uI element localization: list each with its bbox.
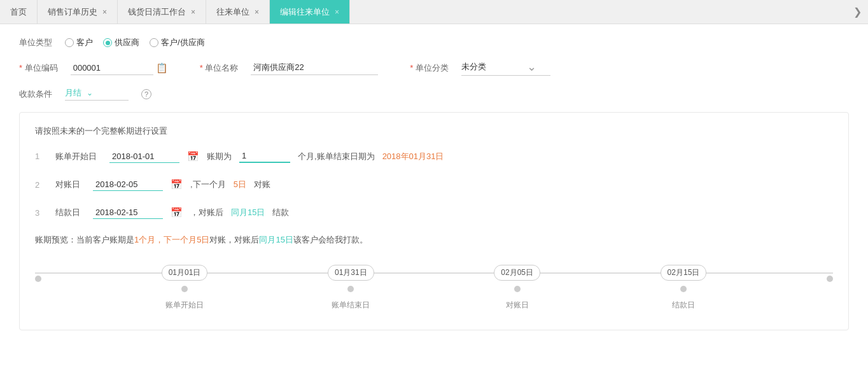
preview-part1: 1个月， xyxy=(134,235,164,244)
row-2-suffix-end: 对账 xyxy=(254,179,270,190)
row-2-date[interactable] xyxy=(93,178,163,191)
row-1-period-input[interactable] xyxy=(239,150,290,163)
payment-dropdown-arrow: ⌄ xyxy=(87,88,93,97)
name-label: 单位名称 xyxy=(200,62,239,74)
timeline-point-3: 02月05日 对账日 xyxy=(494,265,540,311)
row-1-suffix-before: 账期为 xyxy=(207,151,232,162)
tab-home-label: 首页 xyxy=(10,6,27,18)
payment-row: 收款条件 月结 ⌄ ? xyxy=(19,87,849,101)
timeline-dot-3 xyxy=(514,286,521,292)
code-input[interactable] xyxy=(71,61,153,75)
tab-cash-work-label: 钱货日清工作台 xyxy=(128,6,186,18)
timeline-point-1: 01月01日 账单开始日 xyxy=(162,265,208,311)
category-chevron: ⌄ xyxy=(527,60,536,74)
timeline-start-dot xyxy=(35,276,41,282)
row-3-suffix: ，对账后 xyxy=(190,207,223,218)
timeline-label-1: 账单开始日 xyxy=(165,300,204,311)
timeline-dot-4 xyxy=(680,286,687,292)
tab-sales-history-close[interactable]: × xyxy=(102,8,107,17)
timeline-point-4: 02月15日 结款日 xyxy=(661,265,707,311)
tab-home[interactable]: 首页 xyxy=(0,0,38,24)
timeline-badge-1: 01月01日 xyxy=(162,265,208,281)
unit-type-label: 单位类型 xyxy=(19,37,52,48)
timeline: 01月01日 账单开始日 01月31日 账单结束日 02月05日 对账日 02月… xyxy=(35,258,833,317)
row-1-suffix-after: 个月,账单结束日期为 xyxy=(298,151,375,162)
row-2: 2 对账日 📅 ,下一个月5日对账 xyxy=(35,178,833,191)
row-3-label: 结款日 xyxy=(55,207,80,218)
payment-value: 月结 xyxy=(65,87,81,99)
tab-edit-contacts[interactable]: 编辑往来单位 × xyxy=(270,0,350,24)
timeline-dot-2 xyxy=(347,286,354,292)
row-3-highlight: 同月15日 xyxy=(231,207,265,218)
timeline-point-2: 01月31日 账单结束日 xyxy=(328,265,374,311)
tab-contacts-close[interactable]: × xyxy=(255,8,259,17)
row-1-num: 1 xyxy=(35,151,48,161)
preview-text: 账期预览：当前客户账期是1个月，下一个月5日对账，对账后同月15日该客户会给我打… xyxy=(35,234,833,246)
category-label: 单位分类 xyxy=(410,62,449,74)
timeline-badge-2: 01月31日 xyxy=(328,265,374,281)
timeline-inner: 01月01日 账单开始日 01月31日 账单结束日 02月05日 对账日 02月… xyxy=(35,265,833,311)
preview-part3: 同月15日 xyxy=(259,235,293,244)
radio-both-circle xyxy=(150,38,158,47)
row-3-suffix-end: 结款 xyxy=(272,207,289,218)
radio-customer-label: 客户 xyxy=(76,37,93,48)
row-3-calendar-icon[interactable]: 📅 xyxy=(171,207,183,218)
radio-supplier-label: 供应商 xyxy=(115,37,139,48)
row-2-label: 对账日 xyxy=(55,179,80,190)
tab-cash-work-close[interactable]: × xyxy=(191,8,195,17)
name-field-group xyxy=(251,61,378,75)
row-2-calendar-icon[interactable]: 📅 xyxy=(171,179,183,190)
row-2-num: 2 xyxy=(35,180,48,190)
code-copy-icon[interactable]: 📋 xyxy=(156,62,168,74)
radio-both[interactable]: 客户/供应商 xyxy=(150,37,205,48)
preview-part2: 下一个月5日 xyxy=(164,235,209,244)
tab-edit-contacts-close[interactable]: × xyxy=(335,8,339,17)
main-content: 单位类型 客户 供应商 客户/供应商 单位编码 📋 单位名称 单位分 xyxy=(0,24,868,387)
payment-help-icon[interactable]: ? xyxy=(141,89,151,99)
row-3: 3 结款日 📅 ，对账后 同月15日 结款 xyxy=(35,206,833,219)
payment-select[interactable]: 月结 ⌄ xyxy=(65,87,129,101)
timeline-label-3: 对账日 xyxy=(506,300,529,311)
category-value: 未分类 xyxy=(461,61,486,73)
row-3-num: 3 xyxy=(35,208,48,218)
code-name-category-row: 单位编码 📋 单位名称 单位分类 未分类 ⌄ xyxy=(19,60,849,76)
preview-label: 账期预览：当前客户账期是 xyxy=(35,235,134,244)
tab-cash-work[interactable]: 钱货日清工作台 × xyxy=(118,0,206,24)
tab-expand-button[interactable]: ❯ xyxy=(847,0,868,24)
radio-customer[interactable]: 客户 xyxy=(65,37,93,48)
row-3-date[interactable] xyxy=(93,206,163,219)
row-2-prefix: ,下一个月 xyxy=(190,179,226,190)
timeline-label-2: 账单结束日 xyxy=(332,300,370,311)
tab-sales-history[interactable]: 销售订单历史 × xyxy=(38,0,118,24)
tab-edit-contacts-label: 编辑往来单位 xyxy=(280,6,330,18)
card-title: 请按照未来的一个完整帐期进行设置 xyxy=(35,125,833,137)
timeline-label-4: 结款日 xyxy=(672,300,695,311)
radio-both-label: 客户/供应商 xyxy=(161,37,205,48)
settings-card: 请按照未来的一个完整帐期进行设置 1 账单开始日 📅 账期为 个月,账单结束日期… xyxy=(19,112,849,330)
row-1: 1 账单开始日 📅 账期为 个月,账单结束日期为 2018年01月31日 xyxy=(35,150,833,163)
timeline-badge-3: 02月05日 xyxy=(494,265,540,281)
preview-end: 该客户会给我打款。 xyxy=(293,235,368,244)
row-1-label: 账单开始日 xyxy=(55,151,97,162)
timeline-end-dot xyxy=(827,276,833,282)
radio-customer-circle xyxy=(65,38,74,47)
timeline-dot-1 xyxy=(181,286,188,292)
tab-contacts-label: 往来单位 xyxy=(216,6,249,18)
radio-supplier-circle xyxy=(103,38,112,47)
row-1-date[interactable] xyxy=(109,150,179,163)
row-1-calendar-icon[interactable]: 📅 xyxy=(187,151,199,162)
timeline-badge-4: 02月15日 xyxy=(661,265,707,281)
radio-supplier[interactable]: 供应商 xyxy=(103,37,139,48)
row-1-highlight: 2018年01月31日 xyxy=(382,151,444,162)
category-select[interactable]: 未分类 ⌄ xyxy=(461,60,550,76)
code-label: 单位编码 xyxy=(19,62,58,74)
unit-type-radio-group: 客户 供应商 客户/供应商 xyxy=(65,37,205,48)
unit-type-row: 单位类型 客户 供应商 客户/供应商 xyxy=(19,37,849,48)
code-field-group: 📋 xyxy=(71,61,168,75)
row-2-highlight: 5日 xyxy=(234,179,246,190)
tab-sales-history-label: 销售订单历史 xyxy=(48,6,97,18)
payment-label: 收款条件 xyxy=(19,88,52,100)
preview-mid: 对账，对账后 xyxy=(209,235,259,244)
tab-contacts[interactable]: 往来单位 × xyxy=(206,0,270,24)
name-input[interactable] xyxy=(251,61,378,75)
